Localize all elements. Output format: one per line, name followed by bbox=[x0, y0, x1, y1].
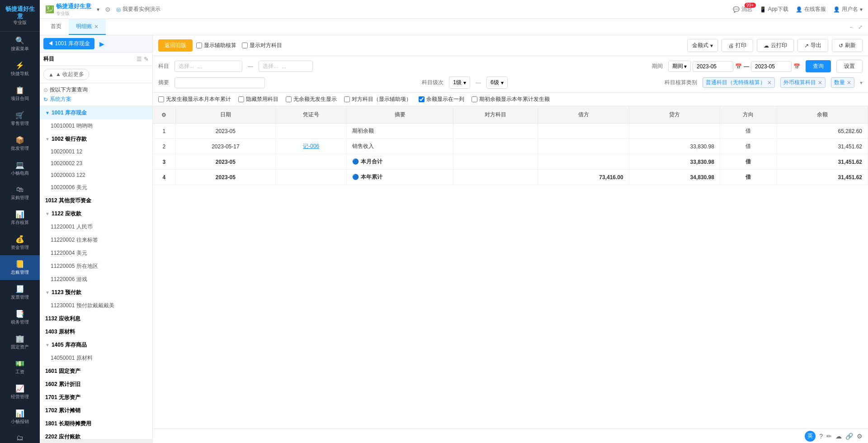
account-item-1801[interactable]: 1801 长期待摊费用 bbox=[40, 417, 152, 430]
sidebar-nav-ecommerce[interactable]: 💻 小畅电商 bbox=[0, 156, 40, 181]
tree-scrollbar[interactable] bbox=[40, 439, 152, 443]
period-end-input[interactable] bbox=[751, 61, 792, 72]
sidebar-nav-tax[interactable]: 📑 税务管理 bbox=[0, 305, 40, 330]
account-item-1601[interactable]: 1601 固定资产 bbox=[40, 365, 152, 378]
account-item-11230001[interactable]: 11230001 预付款戴戴戴美 bbox=[40, 299, 152, 312]
expand-more-button[interactable]: ▲ ▲ 收起更多 bbox=[43, 69, 89, 80]
checkbox-balance-one-col[interactable]: 余额显示在一列 bbox=[419, 95, 464, 103]
scheme-button[interactable]: 系统方案 bbox=[50, 95, 71, 103]
bottom-icon-cloud[interactable]: ☁ bbox=[835, 433, 842, 440]
export-btn[interactable]: ↗ 导出 bbox=[797, 39, 828, 52]
checkbox-hide-disabled[interactable]: 隐藏禁用科目 bbox=[238, 95, 278, 103]
period-calendar-icon-end[interactable]: 📅 bbox=[793, 63, 800, 70]
tab-expand-icon[interactable]: ⤢ bbox=[856, 23, 864, 31]
bottom-icon-edit[interactable]: ✏ bbox=[826, 433, 832, 440]
tab-close-icon[interactable]: ✕ bbox=[94, 24, 99, 30]
settings-button[interactable]: 设置 bbox=[836, 60, 863, 73]
sidebar-nav-salary[interactable]: 💵 工资 bbox=[0, 355, 40, 380]
tab-detail[interactable]: 明细账 ✕ bbox=[69, 19, 106, 35]
row-2-voucher[interactable]: 记-006 bbox=[276, 139, 347, 154]
checkbox-no-balance-input[interactable] bbox=[286, 96, 292, 102]
refresh-btn[interactable]: ↺ 刷新 bbox=[832, 39, 863, 52]
bottom-icon-translate[interactable]: 英 bbox=[805, 431, 816, 442]
print-btn[interactable]: 🖨 打印 bbox=[722, 39, 753, 52]
account-item-11220002[interactable]: 11220002 往来标签 bbox=[40, 233, 152, 247]
account-item-10010001[interactable]: 10010001 哟哟哟 bbox=[40, 119, 152, 133]
period-type-select[interactable]: 期间 ▾ bbox=[668, 61, 691, 72]
checkbox-no-balance[interactable]: 无余额无发生显示 bbox=[286, 95, 337, 103]
sidebar-nav-assets[interactable]: 🏢 固定资产 bbox=[0, 330, 40, 355]
account-item-1701[interactable]: 1701 无形资产 bbox=[40, 391, 152, 404]
account-item-1405[interactable]: ▼ 1405 库存商品 bbox=[40, 338, 152, 352]
sidebar-nav-wholesale[interactable]: 📦 批发管理 bbox=[0, 131, 40, 156]
tag-1-close[interactable]: ✕ bbox=[767, 80, 772, 86]
back-to-old-btn[interactable]: 返回旧版 bbox=[158, 39, 193, 52]
sidebar-nav-project[interactable]: 📋 项目合同 bbox=[0, 81, 40, 106]
level-end-select[interactable]: 6级 ▾ bbox=[486, 76, 508, 89]
account-item-1002[interactable]: ▼ 1002 银行存款 bbox=[40, 133, 152, 146]
topbar-user[interactable]: 👤 用户名 ▾ bbox=[833, 5, 863, 13]
show-contra-checkbox[interactable]: 显示对方科目 bbox=[242, 42, 282, 49]
checkbox-period-balance[interactable]: 期初余额显示本年累计发生额 bbox=[472, 95, 550, 103]
account-item-2202[interactable]: 2202 应付账款 bbox=[40, 430, 152, 439]
tag-dropdown-icon[interactable]: ▾ bbox=[860, 80, 863, 86]
tab-home[interactable]: 首页 bbox=[43, 19, 69, 35]
period-calendar-icon-start[interactable]: 📅 bbox=[735, 63, 742, 70]
checkbox-contra-show-input[interactable] bbox=[344, 96, 350, 102]
checkbox-balance-one-col-input[interactable] bbox=[419, 96, 425, 102]
bottom-icon-help[interactable]: ? bbox=[819, 433, 823, 440]
sidebar-nav-retail[interactable]: 🛒 零售管理 bbox=[0, 106, 40, 131]
col-settings[interactable]: ⚙ bbox=[153, 106, 175, 124]
checkbox-hide-disabled-input[interactable] bbox=[238, 96, 244, 102]
checkbox-no-occur-input[interactable] bbox=[158, 96, 164, 102]
voucher-link-006[interactable]: 记-006 bbox=[303, 143, 319, 149]
topbar-settings-icon[interactable]: ⚙ bbox=[105, 6, 111, 13]
topbar-app-download[interactable]: 📱 App下载 bbox=[760, 5, 788, 13]
account-item-10020003[interactable]: 10020003 122 bbox=[40, 169, 152, 181]
sidebar-nav-capital[interactable]: 💰 资金管理 bbox=[0, 230, 40, 255]
account-item-1123[interactable]: ▼ 1123 预付款 bbox=[40, 286, 152, 299]
account-item-14050001[interactable]: 14050001 原材料 bbox=[40, 352, 152, 365]
account-item-1122[interactable]: ▼ 1122 应收款 bbox=[40, 207, 152, 220]
account-item-10020002[interactable]: 10020002 23 bbox=[40, 157, 152, 169]
sidebar-nav-report[interactable]: 📊 小畅报销 bbox=[0, 405, 40, 429]
amount-style-btn[interactable]: 金额式 ▾ bbox=[687, 39, 718, 52]
topbar-online-service[interactable]: 👤 在线客服 bbox=[796, 5, 826, 13]
account-item-11220001[interactable]: 11220001 人民币 bbox=[40, 220, 152, 233]
account-item-1403[interactable]: 1403 原材料 bbox=[40, 325, 152, 338]
show-aux-checkbox[interactable]: 显示辅助核算 bbox=[196, 42, 236, 49]
sidebar-nav-search[interactable]: 🔍 搜索菜单 bbox=[0, 32, 40, 57]
subject-select[interactable]: 选择... ... bbox=[175, 61, 242, 72]
checkbox-contra-show[interactable]: 对方科目（显示辅助项） bbox=[344, 95, 411, 103]
show-aux-input[interactable] bbox=[196, 43, 202, 48]
account-item-1012[interactable]: 1012 其他货币资金 bbox=[40, 194, 152, 207]
account-item-10020006[interactable]: 10020006 美元 bbox=[40, 181, 152, 194]
topbar-demo-link[interactable]: ◎ 我要看实例演示 bbox=[116, 5, 160, 13]
tab-minus-icon[interactable]: − bbox=[848, 23, 854, 31]
topbar-dropdown-icon[interactable]: ▾ bbox=[97, 6, 99, 13]
selected-account-btn[interactable]: ◀ 1001 库存现金 bbox=[43, 38, 94, 49]
account-item-1702[interactable]: 1702 累计摊销 bbox=[40, 404, 152, 417]
account-list-icon[interactable]: ☰ bbox=[137, 56, 142, 62]
account-item-1001[interactable]: ▼ 1001 库存现金 bbox=[40, 106, 152, 119]
checkbox-no-occur[interactable]: 无发生额显示本月本年累计 bbox=[158, 95, 231, 103]
bottom-icon-link[interactable]: 🔗 bbox=[845, 433, 853, 440]
tag-2-close[interactable]: ✕ bbox=[818, 80, 822, 86]
settings-circle-icon[interactable]: ⊙ bbox=[43, 87, 48, 93]
account-edit-icon[interactable]: ✎ bbox=[144, 56, 149, 62]
account-item-11220006[interactable]: 11220006 游戏 bbox=[40, 273, 152, 286]
sidebar-nav-quick[interactable]: ⚡ 快捷导航 bbox=[0, 57, 40, 81]
account-item-10020001[interactable]: 10020001 12 bbox=[40, 146, 152, 157]
tag-3-close[interactable]: ✕ bbox=[847, 80, 851, 86]
account-item-1602[interactable]: 1602 累计折旧 bbox=[40, 378, 152, 391]
sidebar-nav-invoice[interactable]: 🧾 发票管理 bbox=[0, 280, 40, 305]
sidebar-nav-base[interactable]: 🗂 基础信息 bbox=[0, 429, 40, 443]
sidebar-nav-general[interactable]: 📒 总账管理 bbox=[0, 255, 40, 280]
query-button[interactable]: 查询 bbox=[806, 60, 831, 72]
subject-select-end[interactable]: 选择... ... bbox=[259, 61, 313, 72]
account-arrow-right[interactable]: ▶ bbox=[97, 39, 106, 48]
cloud-print-btn[interactable]: ☁ 云打印 bbox=[757, 39, 794, 52]
account-item-11220005[interactable]: 11220005 所在地区 bbox=[40, 260, 152, 273]
checkbox-period-balance-input[interactable] bbox=[472, 96, 477, 102]
show-contra-input[interactable] bbox=[242, 43, 248, 48]
